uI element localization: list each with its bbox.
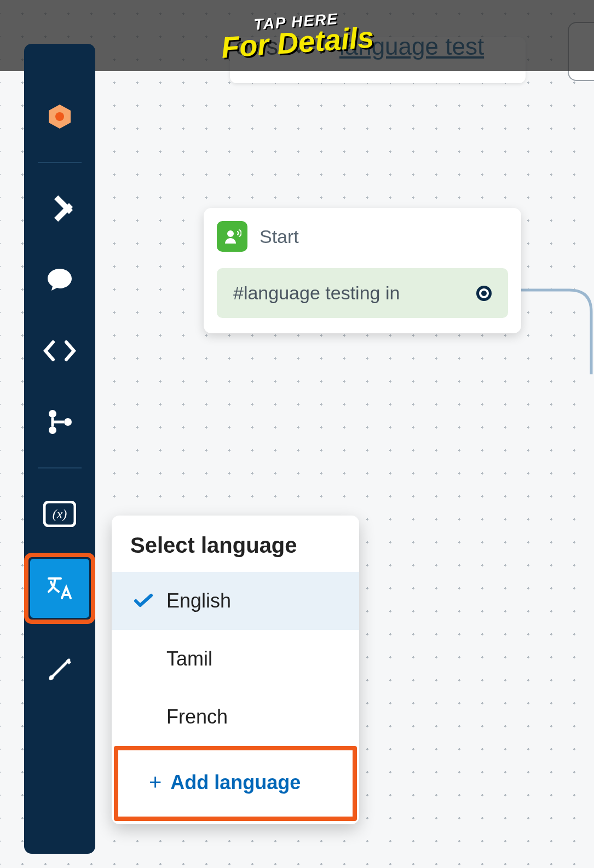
language-option-label: French <box>166 705 228 728</box>
svg-point-4 <box>49 410 56 418</box>
sidebar-item-home[interactable] <box>24 81 95 152</box>
tap-here-promo: TAP HERE For Details <box>220 9 375 62</box>
add-language-label: Add language <box>170 771 301 794</box>
svg-point-1 <box>55 112 64 121</box>
svg-point-6 <box>64 418 72 426</box>
svg-point-10 <box>227 230 234 237</box>
plus-icon: + <box>149 770 162 795</box>
svg-text:(x): (x) <box>53 507 67 521</box>
svg-point-9 <box>49 675 54 680</box>
add-language-highlight: + Add language <box>114 746 357 821</box>
sidebar-divider <box>38 467 82 468</box>
start-node-trigger-text: #language testing in <box>233 282 400 304</box>
tools-icon <box>46 656 73 683</box>
language-option-label: English <box>166 589 231 612</box>
chat-bubble-icon <box>45 265 74 294</box>
sidebar-item-chat[interactable] <box>24 244 95 315</box>
check-icon <box>131 593 155 609</box>
sidebar-item-branch[interactable] <box>24 386 95 458</box>
branch-icon <box>46 408 73 436</box>
hexagon-icon <box>45 102 74 131</box>
code-icon <box>43 340 76 362</box>
translate-icon <box>45 574 74 603</box>
start-node-title: Start <box>259 226 299 247</box>
sidebar-item-tools[interactable] <box>24 634 95 705</box>
start-node-header: Start <box>217 221 508 252</box>
start-node-icon <box>217 221 247 252</box>
sidebar: (x) <box>24 44 95 854</box>
variable-icon: (x) <box>43 501 76 527</box>
svg-point-5 <box>49 426 56 434</box>
ruler-pencil-icon <box>46 195 73 222</box>
sidebar-item-translate-highlight <box>24 553 95 624</box>
start-node-trigger[interactable]: #language testing in <box>217 268 508 318</box>
add-language-button[interactable]: + Add language <box>118 750 353 817</box>
start-node-output-port[interactable] <box>476 286 492 301</box>
language-option-english[interactable]: English <box>112 572 359 630</box>
language-popover: Select language English Tamil French + A… <box>112 516 359 824</box>
language-option-tamil[interactable]: Tamil <box>112 630 359 688</box>
sidebar-item-variables[interactable]: (x) <box>24 478 95 549</box>
flow-node-start[interactable]: Start #language testing in <box>204 208 521 333</box>
language-option-french[interactable]: French <box>112 688 359 746</box>
sidebar-item-translate[interactable] <box>30 559 89 618</box>
sidebar-divider <box>38 162 82 163</box>
language-option-label: Tamil <box>166 647 212 670</box>
sidebar-item-design[interactable] <box>24 173 95 244</box>
language-popover-title: Select language <box>112 516 359 572</box>
sidebar-item-code[interactable] <box>24 315 95 386</box>
